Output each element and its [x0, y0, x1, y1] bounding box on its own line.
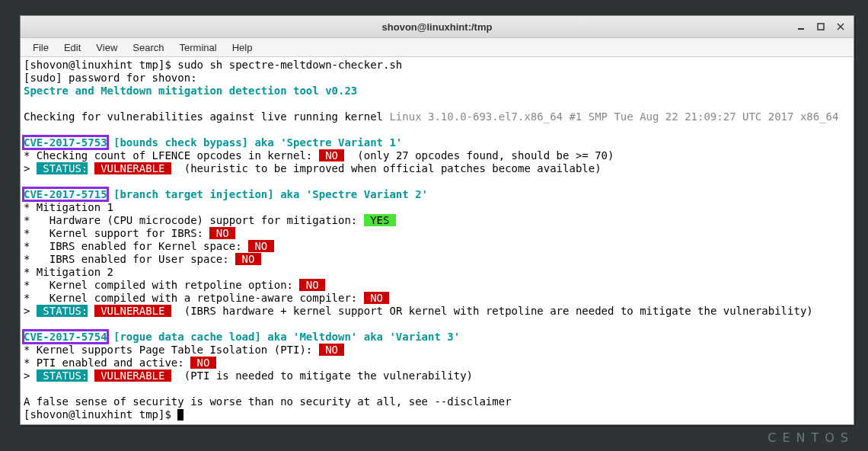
status-label: STATUS:: [37, 305, 88, 317]
cve-2017-5715-header: CVE-2017-5715: [24, 188, 107, 200]
output-line: * Mitigation 1: [24, 201, 113, 213]
svg-rect-1: [818, 24, 824, 30]
status-no: NO: [248, 240, 274, 252]
desktop-brand: CENTOS: [767, 430, 854, 445]
output-line: * Hardware (CPU microcode) support for m…: [24, 214, 364, 226]
prompt: [shovon@linuxhint tmp]$: [24, 59, 177, 71]
cve-desc: [bounds check bypass] aka 'Spectre Varia…: [107, 136, 403, 149]
output-line: * IBRS enabled for Kernel space:: [24, 240, 248, 252]
output-line: * Kernel support for IBRS:: [24, 227, 209, 239]
output-line: A false sense of security is worse than …: [24, 395, 512, 408]
menu-view[interactable]: View: [88, 40, 125, 55]
terminal-output[interactable]: [shovon@linuxhint tmp]$ sudo sh spectre-…: [21, 57, 854, 424]
status-no: NO: [364, 292, 390, 304]
output-line: [sudo] password for shovon:: [24, 72, 197, 84]
status-no: NO: [235, 253, 261, 265]
cve-desc: [rogue data cache load] aka 'Meltdown' a…: [107, 331, 461, 343]
output-line: * Mitigation 2: [24, 266, 113, 278]
svg-rect-0: [798, 28, 804, 30]
titlebar[interactable]: shovon@linuxhint:/tmp: [21, 16, 854, 38]
output-line: (PTI is needed to mitigate the vulnerabi…: [171, 369, 473, 382]
kernel-version: Linux 3.10.0-693.el7.x86_64 #1 SMP Tue A…: [389, 110, 838, 123]
output-line: (IBRS hardware + kernel support OR kerne…: [171, 305, 813, 317]
output-line: (only 27 opcodes found, should be >= 70): [344, 149, 614, 162]
prompt: [shovon@linuxhint tmp]$: [24, 408, 177, 421]
close-button[interactable]: [831, 19, 850, 34]
status-no: NO: [319, 149, 345, 162]
status-no: NO: [319, 344, 345, 356]
command-text: sudo sh spectre-meltdown-checker.sh: [177, 59, 402, 71]
menubar: File Edit View Search Terminal Help: [21, 38, 854, 57]
output-line: * PTI enabled and active:: [24, 357, 190, 369]
menu-edit[interactable]: Edit: [56, 40, 88, 55]
status-vulnerable: VULNERABLE: [94, 162, 171, 174]
window-title: shovon@linuxhint:/tmp: [21, 21, 854, 33]
minimize-button[interactable]: [791, 19, 811, 34]
menu-search[interactable]: Search: [125, 40, 171, 55]
output-line: Checking for vulnerabilities against liv…: [24, 110, 389, 123]
minimize-icon: [797, 23, 805, 30]
cve-2017-5754-header: CVE-2017-5754: [24, 331, 107, 343]
status-yes: YES: [364, 214, 396, 226]
maximize-icon: [817, 23, 825, 30]
close-icon: [837, 23, 844, 30]
status-vulnerable: VULNERABLE: [94, 369, 171, 382]
menu-help[interactable]: Help: [225, 40, 260, 55]
tool-title: Spectre and Meltdown mitigation detectio…: [24, 85, 357, 97]
output-line: * Kernel compiled with retpoline option:: [24, 279, 299, 291]
status-vulnerable: VULNERABLE: [94, 305, 171, 317]
menu-file[interactable]: File: [25, 40, 56, 55]
cve-2017-5753-header: CVE-2017-5753: [24, 136, 107, 149]
cursor: [177, 409, 183, 421]
output-line: * Kernel compiled with a retpoline-aware…: [24, 292, 364, 304]
window-controls: [791, 16, 850, 37]
status-no: NO: [209, 227, 235, 239]
cve-desc: [branch target injection] aka 'Spectre V…: [107, 188, 428, 200]
output-line: * IBRS enabled for User space:: [24, 253, 235, 265]
output-line: * Checking count of LFENCE opcodes in ke…: [24, 149, 319, 162]
menu-terminal[interactable]: Terminal: [172, 40, 225, 55]
status-no: NO: [299, 279, 325, 291]
maximize-button[interactable]: [811, 19, 831, 34]
terminal-window: shovon@linuxhint:/tmp File Edit View Sea…: [20, 15, 854, 425]
status-label: STATUS:: [37, 369, 88, 382]
output-line: * Kernel supports Page Table Isolation (…: [24, 344, 319, 356]
output-line: (heuristic to be improved when official …: [171, 162, 602, 174]
status-no: NO: [190, 357, 216, 369]
status-label: STATUS:: [37, 162, 88, 174]
